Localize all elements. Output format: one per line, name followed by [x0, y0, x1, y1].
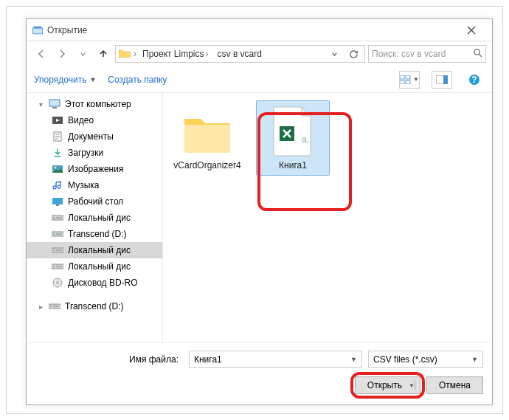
folder-icon — [119, 49, 131, 60]
file-pane[interactable]: vCardOrganizer4a,Книга1 — [163, 93, 492, 342]
svg-rect-28 — [56, 249, 62, 251]
search-icon — [473, 48, 482, 60]
svg-point-33 — [57, 282, 59, 284]
desk-icon — [52, 196, 63, 207]
tree-item[interactable]: Дисковод BD-RO — [27, 275, 162, 291]
tree-item-label: Документы — [68, 131, 114, 142]
filename-label: Имя файла: — [35, 354, 183, 365]
hdd-icon — [52, 261, 63, 272]
help-button[interactable]: ? — [464, 71, 485, 89]
tree-item[interactable]: Документы — [27, 128, 162, 145]
svg-point-3 — [474, 49, 479, 55]
down-icon — [52, 148, 63, 158]
close-button[interactable] — [457, 20, 486, 41]
new-folder-button[interactable]: Создать папку — [108, 75, 167, 85]
preview-pane-button[interactable] — [432, 71, 452, 89]
svg-rect-5 — [406, 75, 410, 79]
csv-file-icon: a, — [265, 106, 321, 157]
chevron-right-icon: › — [134, 49, 136, 59]
tree-item-label: Transcend (D:) — [65, 301, 124, 311]
svg-rect-19 — [56, 204, 59, 206]
file-item[interactable]: a,Книга1 — [256, 100, 330, 176]
svg-point-21 — [53, 217, 55, 218]
address-bar[interactable]: › Проект Limpics› csv в vcard — [115, 45, 365, 63]
svg-rect-18 — [52, 198, 63, 204]
address-dropdown-icon[interactable] — [326, 46, 342, 62]
tree-item[interactable]: Локальный дис — [27, 242, 162, 258]
tree-item-label: Локальный дис — [68, 261, 131, 272]
tree-item-label: Локальный дис — [68, 245, 131, 255]
cancel-button[interactable]: Отмена — [426, 376, 483, 394]
up-button[interactable] — [94, 45, 112, 63]
svg-text:?: ? — [471, 75, 477, 85]
img-icon — [52, 164, 63, 174]
tree-item-label: Transcend (D:) — [68, 229, 127, 239]
tree-item-label: Рабочий стол — [68, 196, 123, 207]
tree-item[interactable]: ▸Transcend (D:) — [27, 298, 162, 314]
open-button[interactable]: Открыть ▼ — [355, 376, 420, 394]
svg-point-24 — [53, 233, 55, 235]
svg-rect-1 — [33, 28, 42, 33]
organize-button[interactable]: Упорядочить ▼ — [34, 75, 96, 85]
tree-item[interactable]: Видео — [27, 112, 162, 128]
hdd-icon — [52, 229, 63, 239]
svg-rect-22 — [56, 217, 62, 218]
filename-input[interactable]: Книга1 ▼ — [189, 351, 362, 368]
tree-item[interactable]: Локальный дис — [27, 258, 162, 275]
tree-item-label: Музыка — [68, 180, 99, 190]
open-file-dialog: Открытие › Проект Limpics› csv в vcard П… — [26, 18, 493, 405]
view-options-button[interactable]: ▼ — [399, 71, 420, 89]
svg-point-35 — [50, 306, 52, 307]
tree-item[interactable]: Локальный дис — [27, 210, 162, 226]
svg-rect-4 — [400, 75, 404, 79]
tree-item[interactable]: Transcend (D:) — [27, 226, 162, 242]
tree-item[interactable]: Загрузки — [27, 145, 162, 161]
hdd-icon — [52, 245, 63, 255]
docs-icon — [52, 131, 63, 142]
svg-point-17 — [55, 167, 57, 169]
file-item-label: vCardOrganizer4 — [173, 160, 240, 171]
folder-icon — [179, 106, 235, 157]
file-item[interactable]: vCardOrganizer4 — [170, 100, 244, 176]
chevron-down-icon[interactable]: ▼ — [471, 356, 478, 363]
tree-item-label: Этот компьютер — [65, 99, 131, 109]
pc-icon — [49, 99, 60, 109]
nav-row: › Проект Limpics› csv в vcard Поиск: csv… — [27, 41, 492, 66]
file-item-label: Книга1 — [279, 160, 307, 171]
svg-point-30 — [53, 266, 55, 267]
tree-item[interactable]: ▾Этот компьютер — [27, 96, 162, 112]
breadcrumb-segment[interactable]: Проект Limpics› — [139, 49, 212, 59]
tree-item-label: Изображения — [68, 164, 123, 174]
tree-item-label: Дисковод BD-RO — [68, 278, 138, 288]
tree-item-label: Загрузки — [68, 148, 103, 158]
tree-item[interactable]: Рабочий стол — [27, 193, 162, 210]
back-button[interactable] — [32, 45, 50, 63]
search-placeholder: Поиск: csv в vcard — [372, 49, 470, 59]
video-icon — [52, 115, 63, 125]
svg-rect-9 — [443, 75, 448, 84]
cd-icon — [52, 278, 63, 288]
open-split-dropdown[interactable]: ▼ — [405, 377, 418, 393]
svg-rect-36 — [53, 306, 59, 307]
tree-item-label: Локальный дис — [68, 213, 131, 223]
tree-item-label: Видео — [68, 115, 94, 125]
chevron-down-icon: ▼ — [89, 76, 96, 83]
app-icon — [32, 26, 43, 35]
svg-rect-12 — [49, 100, 60, 106]
svg-rect-25 — [56, 233, 62, 235]
filetype-filter[interactable]: CSV files (*.csv) ▼ — [368, 351, 483, 368]
refresh-button[interactable] — [345, 46, 361, 62]
tree-item[interactable]: Изображения — [27, 161, 162, 177]
tree-item[interactable]: Музыка — [27, 177, 162, 193]
svg-rect-7 — [406, 80, 410, 84]
nav-tree[interactable]: ▾Этот компьютерВидеоДокументыЗагрузкиИзо… — [27, 93, 163, 342]
music-icon — [52, 180, 63, 190]
svg-point-27 — [53, 249, 55, 251]
toolbar: Упорядочить ▼ Создать папку ▼ ? — [27, 66, 492, 93]
hdd-icon — [49, 301, 60, 311]
recent-button[interactable] — [74, 45, 91, 63]
chevron-down-icon[interactable]: ▼ — [350, 356, 357, 363]
breadcrumb-segment[interactable]: csv в vcard — [215, 49, 265, 59]
forward-button[interactable] — [53, 45, 71, 63]
search-input[interactable]: Поиск: csv в vcard — [368, 45, 486, 63]
